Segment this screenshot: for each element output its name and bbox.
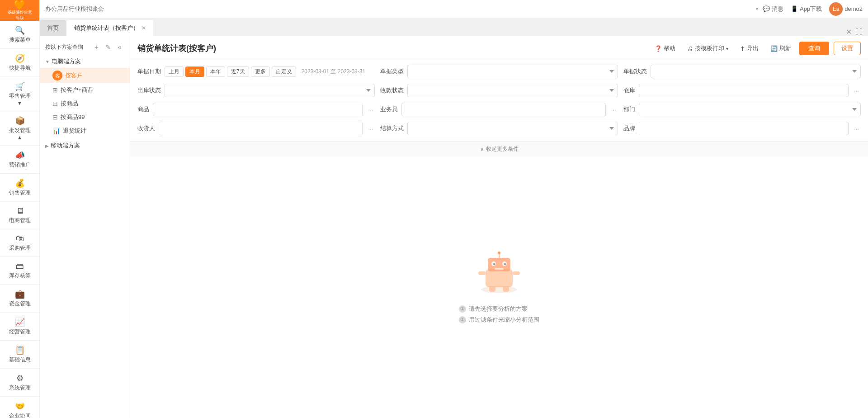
maximize-icon[interactable]: ⛶ <box>855 28 863 36</box>
sidebar-item-search[interactable]: 🔍 搜索菜单 <box>0 21 39 49</box>
page-title: 销货单统计表(按客户) <box>137 43 216 54</box>
message-button[interactable]: 💬 消息 <box>763 5 783 13</box>
sidebar-item-purchase[interactable]: 🛍 采购管理 <box>0 229 39 257</box>
tab-sales-report-label: 销货单统计表（按客户） <box>74 24 139 32</box>
avatar: Ea <box>829 2 843 16</box>
tab-sales-report[interactable]: 销货单统计表（按客户） ✕ <box>67 20 153 36</box>
consignee-input[interactable] <box>159 122 363 135</box>
scheme-group-mobile: ▶ 移动端方案 <box>40 138 130 153</box>
tabs-bar: 首页 销货单统计表（按客户） ✕ ✕ ⛶ <box>40 18 868 36</box>
date-btn-this-year[interactable]: 本年 <box>206 66 225 77</box>
sidebar-item-nav[interactable]: 🧭 快捷导航 <box>0 49 39 77</box>
scheme-item-by-customer[interactable]: 客 按客户 <box>40 68 130 83</box>
app-download-label: App下载 <box>800 5 822 13</box>
sidebar-item-marketing[interactable]: 📣 营销推广 <box>0 146 39 174</box>
warehouse-label: 仓库 <box>623 86 635 95</box>
consignee-ellipsis[interactable]: ··· <box>366 125 375 132</box>
sidebar-item-system[interactable]: ⚙ 系统管理 <box>0 369 39 397</box>
scheme-item-returns[interactable]: 📊 退货统计 <box>40 124 130 138</box>
tab-window-controls: ✕ ⛶ <box>840 28 868 36</box>
industry-chevron[interactable]: ▾ <box>756 6 758 11</box>
add-scheme-button[interactable]: + <box>92 43 101 52</box>
sidebar-label-retail: 零售管理 <box>9 92 31 100</box>
sidebar-item-basic[interactable]: 📋 基础信息 <box>0 341 39 369</box>
scheme-item-label-goods99: 按商品99 <box>61 113 85 121</box>
download-icon: 📱 <box>791 5 798 12</box>
dept-select[interactable] <box>639 103 861 116</box>
outstatus-select[interactable] <box>165 84 375 97</box>
scheme-group-pc-header[interactable]: ▼ 电脑端方案 <box>40 55 130 68</box>
sales-icon: 💰 <box>15 178 25 188</box>
payment-select[interactable] <box>407 122 618 135</box>
user-menu[interactable]: Ea demo2 <box>829 2 863 16</box>
warehouse-input[interactable] <box>639 84 849 97</box>
sidebar-item-sales[interactable]: 💰 销售管理 <box>0 174 39 202</box>
brand-ellipsis[interactable]: ··· <box>852 125 861 132</box>
sidebar-item-retail[interactable]: 🛒 零售管理 ▼ <box>0 77 39 111</box>
user-name: demo2 <box>844 5 863 12</box>
receiptstatus-select[interactable] <box>407 84 618 97</box>
date-btn-this-month[interactable]: 本月 <box>185 66 204 77</box>
tab-close-icon[interactable]: ✕ <box>142 25 146 31</box>
sidebar-item-ecommerce[interactable]: 🖥 电商管理 <box>0 202 39 229</box>
topbar-actions: 💬 消息 📱 App下载 Ea demo2 <box>763 2 863 16</box>
export-icon: ⬆ <box>740 45 745 52</box>
date-btn-7days[interactable]: 近7天 <box>227 66 249 77</box>
sidebar-label-inventory: 库存核算 <box>9 272 31 280</box>
sidebar-item-finance[interactable]: 💼 资金管理 <box>0 285 39 313</box>
docstatus-select[interactable] <box>651 65 861 78</box>
scheme-item-label-customer: 按客户 <box>65 71 83 80</box>
sidebar-label-corp: 企业协同 <box>9 412 31 418</box>
goods-input[interactable] <box>153 103 363 116</box>
refresh-button[interactable]: 🔄 刷新 <box>767 43 795 54</box>
date-btn-custom[interactable]: 自定义 <box>272 66 296 77</box>
page-title-row: 销货单统计表(按客户) ❓ 帮助 🖨 按模板打印 ▾ ⬆ 导出 <box>130 36 868 59</box>
export-button[interactable]: ⬆ 导出 <box>736 43 762 54</box>
scheme-group-mobile-header[interactable]: ▶ 移动端方案 <box>40 139 130 152</box>
scheme-item-customer-goods[interactable]: ⊞ 按客户+商品 <box>40 83 130 97</box>
print-icon: 🖨 <box>687 45 693 52</box>
sidebar-label-basic: 基础信息 <box>9 356 31 364</box>
warehouse-ellipsis[interactable]: ··· <box>852 87 861 94</box>
content-area: 按以下方案查询 + ✎ « ▼ 电脑端方案 <box>40 36 868 418</box>
salesperson-input[interactable] <box>401 103 605 116</box>
settings-button[interactable]: 设置 <box>834 42 861 55</box>
minimize-icon[interactable]: ✕ <box>846 28 852 36</box>
edit-scheme-button[interactable]: ✎ <box>104 43 113 52</box>
sidebar-label-system: 系统管理 <box>9 384 31 392</box>
ecommerce-icon: 🖥 <box>16 206 24 216</box>
sidebar-item-inventory[interactable]: 🗃 库存核算 <box>0 257 39 285</box>
collapse-panel-button[interactable]: « <box>115 43 124 52</box>
sidebar-item-operation[interactable]: 📈 经营管理 <box>0 313 39 341</box>
tab-home-label: 首页 <box>47 24 59 32</box>
sidebar: 🧡 畅捷通好生意 标版 🔍 搜索菜单 🧭 快捷导航 🛒 零售管理 ▼ 📦 批发管… <box>0 0 40 418</box>
empty-hint-2: ② 用过滤条件来缩小分析范围 <box>459 316 539 324</box>
help-button[interactable]: ❓ 帮助 <box>651 43 679 54</box>
date-filter: 上月 本月 本年 近7天 更多 自定义 2023-03-01 至 2023-03… <box>165 66 375 77</box>
empty-hint-2-text: 用过滤条件来缩小分析范围 <box>469 316 539 324</box>
svg-rect-11 <box>513 271 520 275</box>
refresh-icon: 🔄 <box>770 45 778 52</box>
collapse-row[interactable]: ∧ 收起更多条件 <box>130 141 868 157</box>
brand-label: 品牌 <box>623 124 635 133</box>
scheme-item-label-goods: 按商品 <box>61 100 78 108</box>
sidebar-item-wholesale[interactable]: 📦 批发管理 ▲ <box>0 111 39 146</box>
doctype-select[interactable] <box>407 65 618 78</box>
scheme-item-goods99[interactable]: ⊟ 按商品99 <box>40 110 130 124</box>
app-download-button[interactable]: 📱 App下载 <box>791 5 822 13</box>
date-btn-more[interactable]: 更多 <box>251 66 270 77</box>
hint-num-2: ② <box>459 316 466 323</box>
salesperson-ellipsis[interactable]: ··· <box>609 106 618 113</box>
query-button[interactable]: 查询 <box>799 42 829 55</box>
tab-home[interactable]: 首页 <box>40 20 66 36</box>
date-btn-last-month[interactable]: 上月 <box>165 66 184 77</box>
svg-rect-13 <box>503 286 509 292</box>
empty-hints: ① 请先选择要分析的方案 ② 用过滤条件来缩小分析范围 <box>459 305 539 324</box>
collapse-icon: ∧ <box>480 146 484 152</box>
add-icon: + <box>94 43 98 51</box>
sidebar-item-corp[interactable]: 🤝 企业协同 <box>0 397 39 418</box>
goods-ellipsis[interactable]: ··· <box>366 106 375 113</box>
scheme-item-goods[interactable]: ⊟ 按商品 <box>40 97 130 110</box>
brand-input[interactable] <box>639 122 849 135</box>
print-button[interactable]: 🖨 按模板打印 ▾ <box>684 43 732 54</box>
